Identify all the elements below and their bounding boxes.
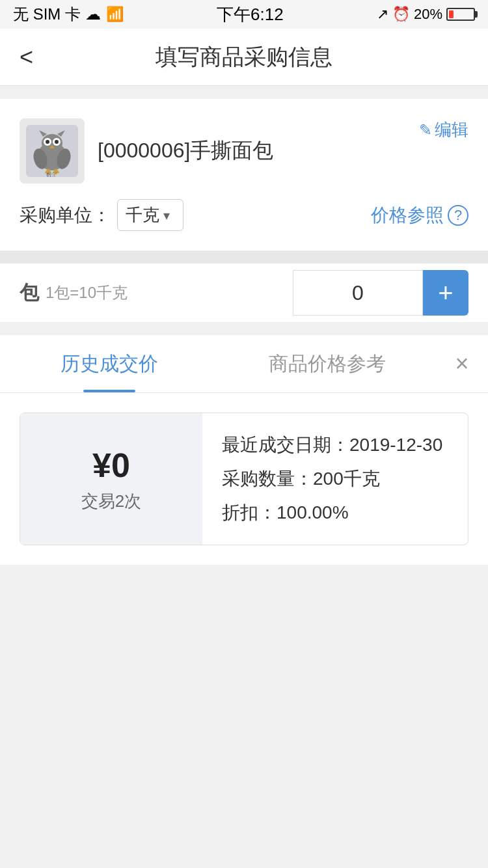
svg-text:数汇: 数汇	[46, 172, 58, 177]
battery-icon	[446, 8, 475, 21]
section-divider	[0, 251, 488, 264]
product-top: 数汇 [0000006]手撕面包 ✎ 编辑	[20, 118, 468, 183]
location-icon: ↗	[377, 6, 388, 23]
edit-icon: ✎	[419, 121, 432, 139]
tab-history-price[interactable]: 历史成交价	[0, 335, 218, 392]
tabs-panel: 历史成交价 商品价格参考 × ¥0 交易2次 最近成交日期：2019-12-30	[0, 335, 488, 565]
status-left: 无 SIM 卡 ☁ 📶	[13, 4, 124, 25]
page-title: 填写商品采购信息	[156, 42, 332, 72]
wifi-icon: 📶	[106, 6, 124, 23]
unit-select[interactable]: 千克	[117, 199, 183, 231]
svg-point-8	[55, 140, 59, 144]
product-card: 数汇 [0000006]手撕面包 ✎ 编辑 采购单位： 千克 价格参照	[0, 99, 488, 251]
history-card-right: 最近成交日期：2019-12-30 采购数量：200千克 折扣：100.00%	[202, 413, 468, 545]
product-image-owl: 数汇	[26, 125, 78, 177]
history-content: ¥0 交易2次 最近成交日期：2019-12-30 采购数量：200千克 折扣：…	[0, 393, 488, 565]
edit-button[interactable]: ✎ 编辑	[419, 118, 468, 141]
bag-label: 包	[20, 280, 39, 306]
product-image: 数汇	[20, 118, 85, 183]
status-time: 下午6:12	[217, 3, 284, 26]
quantity-input[interactable]	[293, 270, 423, 316]
nav-bar: < 填写商品采购信息	[0, 29, 488, 86]
no-sim-text: 无 SIM 卡 ☁	[13, 4, 101, 25]
unit-row: 采购单位： 千克	[20, 199, 183, 231]
history-card-left: ¥0 交易2次	[20, 413, 202, 545]
history-card: ¥0 交易2次 最近成交日期：2019-12-30 采购数量：200千克 折扣：…	[20, 413, 468, 545]
history-trades: 交易2次	[81, 490, 141, 513]
main-content: 数汇 [0000006]手撕面包 ✎ 编辑 采购单位： 千克 价格参照	[0, 99, 488, 565]
quantity-label: 包 1包=10千克	[20, 280, 128, 306]
unit-label: 采购单位：	[20, 203, 111, 228]
quantity-input-group: +	[293, 270, 468, 316]
price-ref-help-icon: ?	[448, 205, 468, 226]
product-bottom: 采购单位： 千克 价格参照 ?	[20, 199, 468, 231]
battery-percent: 20%	[414, 6, 442, 23]
tab-price-reference[interactable]: 商品价格参考	[218, 335, 436, 392]
quantity-row: 包 1包=10千克 +	[0, 264, 488, 322]
bag-conversion-note: 1包=10千克	[46, 282, 128, 303]
tab-close-button[interactable]: ×	[436, 335, 488, 392]
product-left: 数汇 [0000006]手撕面包	[20, 118, 273, 183]
svg-point-7	[46, 140, 49, 144]
history-price: ¥0	[92, 446, 130, 485]
product-name: [0000006]手撕面包	[98, 137, 273, 165]
tabs-header: 历史成交价 商品价格参考 ×	[0, 335, 488, 393]
status-right: ↗ ⏰ 20%	[377, 6, 475, 23]
quantity-plus-button[interactable]: +	[423, 270, 468, 316]
history-discount-row: 折扣：100.00%	[222, 500, 448, 525]
history-date-row: 最近成交日期：2019-12-30	[222, 433, 448, 457]
history-qty-row: 采购数量：200千克	[222, 467, 448, 491]
status-bar: 无 SIM 卡 ☁ 📶 下午6:12 ↗ ⏰ 20%	[0, 0, 488, 29]
price-ref-link[interactable]: 价格参照 ?	[371, 203, 468, 228]
alarm-icon: ⏰	[392, 6, 410, 23]
back-button[interactable]: <	[20, 44, 33, 71]
